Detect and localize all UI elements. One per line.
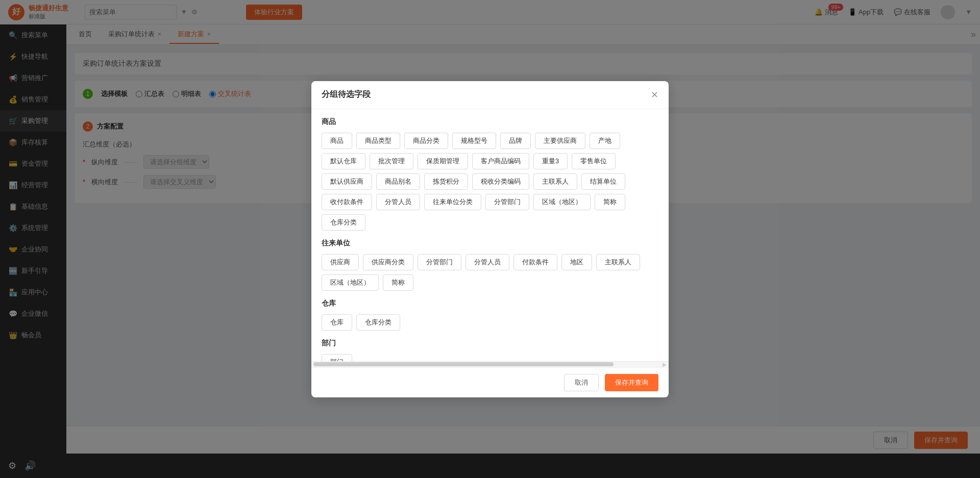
tag-counterpart-cat[interactable]: 往来单位分类: [424, 194, 481, 210]
section-product: 商品 商品 商品类型 商品分类 规格型号 品牌 主要供应商 产地 默认仓库: [322, 117, 658, 231]
modal-title: 分组待选字段: [322, 89, 371, 100]
tag-person-supervisor[interactable]: 分管人员: [465, 254, 509, 270]
tag-payment-condition[interactable]: 付款条件: [513, 254, 557, 270]
tag-warehouse-category[interactable]: 仓库分类: [356, 314, 400, 331]
hscroll-arrow-right[interactable]: ▶: [663, 362, 667, 367]
tag-batch-mgmt[interactable]: 批次管理: [370, 153, 413, 169]
tag-default-warehouse[interactable]: 默认仓库: [322, 153, 365, 169]
section-warehouse-tags: 仓库 仓库分类: [322, 314, 658, 331]
tag-main-contact2[interactable]: 主联系人: [596, 254, 640, 270]
modal-hscrollbar-thumb: [313, 362, 614, 366]
section-dept: 部门 部门: [322, 339, 658, 361]
section-counterpart: 往来单位 供应商 供应商分类 分管部门 分管人员 付款条件 地区 主联系人 区: [322, 239, 658, 291]
section-counterpart-tags: 供应商 供应商分类 分管部门 分管人员 付款条件 地区 主联系人 区域（地区） …: [322, 254, 658, 291]
tag-supplier[interactable]: 供应商: [322, 254, 359, 270]
tag-product[interactable]: 商品: [322, 133, 352, 149]
tag-region[interactable]: 区域（地区）: [533, 194, 591, 210]
section-dept-title: 部门: [322, 339, 658, 348]
modal-cancel-btn[interactable]: 取消: [564, 374, 599, 391]
tag-product-type[interactable]: 商品类型: [356, 133, 400, 149]
modal-overlay: 分组待选字段 ✕ 商品 商品 商品类型 商品分类: [66, 45, 980, 426]
tag-short-name2[interactable]: 简称: [383, 274, 413, 291]
tag-dept-mgr[interactable]: 分管部门: [485, 194, 529, 210]
modal-footer: 取消 保存并查询: [311, 367, 669, 397]
tag-brand[interactable]: 品牌: [500, 133, 531, 149]
tag-settle-unit[interactable]: 结算单位: [581, 173, 625, 190]
tag-dept-supervisor[interactable]: 分管部门: [418, 254, 461, 270]
modal-header: 分组待选字段 ✕: [311, 81, 669, 109]
tag-payment-terms[interactable]: 收付款条件: [322, 194, 372, 210]
section-dept-tags: 部门: [322, 354, 658, 361]
tag-short-name[interactable]: 简称: [595, 194, 625, 210]
page-content: 采购订单统计表方案设置 1 选择模板 汇总表 明细表 交叉统计表: [66, 45, 980, 426]
field-select-modal: 分组待选字段 ✕ 商品 商品 商品类型 商品分类: [311, 81, 669, 397]
tag-customer-code[interactable]: 客户商品编码: [472, 153, 529, 169]
tag-spec-model[interactable]: 规格型号: [452, 133, 496, 149]
tag-warehouse-cat[interactable]: 仓库分类: [322, 214, 365, 231]
modal-confirm-btn[interactable]: 保存并查询: [605, 374, 658, 391]
modal-body: 商品 商品 商品类型 商品分类 规格型号 品牌 主要供应商 产地 默认仓库: [311, 109, 669, 361]
section-warehouse: 仓库 仓库 仓库分类: [322, 299, 658, 331]
tag-product-category[interactable]: 商品分类: [404, 133, 448, 149]
tag-expiry-mgmt[interactable]: 保质期管理: [418, 153, 468, 169]
section-counterpart-title: 往来单位: [322, 239, 658, 248]
tag-weight[interactable]: 重量3: [533, 153, 568, 169]
modal-hscrollbar[interactable]: ▶: [311, 361, 669, 367]
section-product-tags: 商品 商品类型 商品分类 规格型号 品牌 主要供应商 产地 默认仓库 批次管理: [322, 133, 658, 231]
tag-dept[interactable]: 部门: [322, 354, 352, 361]
tag-supplier-cat[interactable]: 供应商分类: [363, 254, 413, 270]
tag-retail-unit[interactable]: 零售单位: [572, 153, 616, 169]
modal-close-btn[interactable]: ✕: [651, 89, 658, 100]
tag-warehouse[interactable]: 仓库: [322, 314, 352, 331]
tag-main-contact[interactable]: 主联系人: [533, 173, 577, 190]
tag-supervisor[interactable]: 分管人员: [376, 194, 420, 210]
tag-origin[interactable]: 产地: [590, 133, 620, 149]
tag-main-supplier[interactable]: 主要供应商: [535, 133, 585, 149]
tag-product-alias[interactable]: 商品别名: [376, 173, 420, 190]
tag-region2[interactable]: 区域（地区）: [322, 274, 379, 291]
tag-default-supplier[interactable]: 默认供应商: [322, 173, 372, 190]
content-area: 首页 采购订单统计表 × 新建方案 × » 采购订单统计表方案设置 1: [66, 24, 980, 454]
tag-pick-points[interactable]: 拣货积分: [424, 173, 468, 190]
section-warehouse-title: 仓库: [322, 299, 658, 308]
tag-district[interactable]: 地区: [561, 254, 592, 270]
tag-tax-code[interactable]: 税收分类编码: [472, 173, 529, 190]
section-product-title: 商品: [322, 117, 658, 127]
